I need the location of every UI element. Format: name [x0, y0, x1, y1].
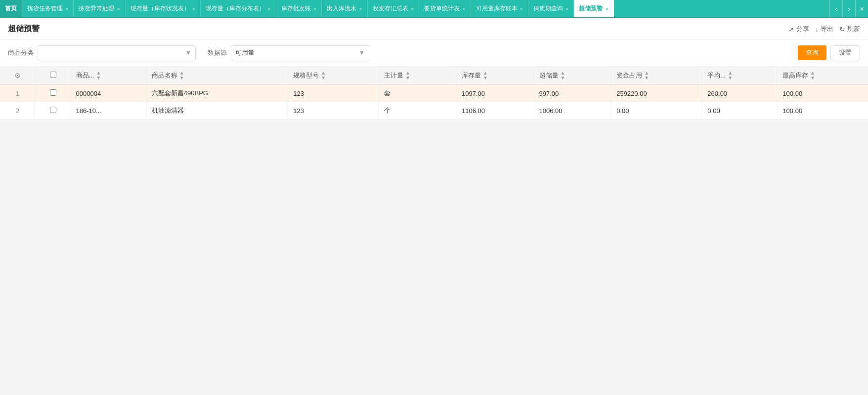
row-num: 2	[0, 102, 35, 119]
nav-tab-stock-status[interactable]: 现存量（库存状况表） ×	[126, 0, 201, 18]
share-button[interactable]: ➚ 分享	[788, 25, 809, 34]
row-overstock-qty: 1006.00	[534, 102, 611, 119]
category-filter: 商品分类 ▼	[8, 45, 196, 60]
nav-tab-task-mgmt[interactable]: 拣货任务管理 ×	[22, 0, 74, 18]
sort-icon-product-code: ▲▼	[96, 71, 101, 80]
export-icon: ↓	[815, 25, 819, 33]
nav-tab-abnormal[interactable]: 拣货异常处理 ×	[74, 0, 125, 18]
table-row: 2186-10...机油滤清器123个1106.001006.000.000.0…	[0, 102, 868, 119]
sort-icon-product-name: ▲▼	[179, 71, 184, 80]
th-checkbox	[35, 67, 71, 85]
row-max-stock: 100.00	[778, 85, 868, 102]
th-product-name[interactable]: 商品名称 ▲▼	[146, 67, 288, 85]
table-header-row: ⚙ 商品... ▲▼ 商品名称 ▲▼	[0, 67, 868, 85]
th-spec[interactable]: 规格型号 ▲▼	[288, 67, 379, 85]
settings-button[interactable]: 设置	[830, 45, 860, 60]
gear-icon[interactable]: ⚙	[14, 72, 21, 79]
datasource-chevron-icon: ▼	[359, 49, 365, 56]
row-spec: 123	[288, 102, 379, 119]
export-button[interactable]: ↓ 导出	[815, 25, 833, 34]
th-product-code[interactable]: 商品... ▲▼	[71, 67, 146, 85]
row-capital-occupied: 0.00	[611, 102, 702, 119]
close-tab-collect-summary[interactable]: ×	[411, 6, 414, 12]
sort-icon-max-stock: ▲▼	[810, 71, 815, 80]
nav-tab-collect-summary[interactable]: 收发存汇总表 ×	[368, 0, 419, 18]
th-overstock-qty[interactable]: 超储量 ▲▼	[534, 67, 611, 85]
row-product-name: 机油滤清器	[146, 102, 288, 119]
row-select-checkbox[interactable]	[50, 107, 56, 113]
refresh-button[interactable]: ↻ 刷新	[839, 25, 860, 34]
page-container: 超储预警 ➚ 分享 ↓ 导出 ↻ 刷新 商品分类 ▼ 数据源	[0, 18, 868, 119]
filter-area: 商品分类 ▼ 数据源 可用量 ▼ 查询 设置	[0, 40, 868, 67]
nav-tab-stock-dist[interactable]: 现存量（库存分布表） ×	[201, 0, 276, 18]
row-product-code: 0000004	[71, 85, 146, 102]
close-tab-stock-status[interactable]: ×	[192, 6, 195, 12]
nav-tab-batch[interactable]: 库存批次账 ×	[276, 0, 322, 18]
select-all-checkbox[interactable]	[50, 72, 56, 78]
close-tab-abnormal[interactable]: ×	[117, 6, 120, 12]
table-body: 10000004六配套新昌490BPG123套1097.00997.002592…	[0, 85, 868, 119]
datasource-label: 数据源	[208, 48, 227, 57]
sort-icon-unit: ▲▼	[405, 71, 410, 80]
row-unit: 套	[379, 85, 457, 102]
refresh-icon: ↻	[839, 25, 845, 33]
filter-actions: 查询 设置	[798, 45, 860, 60]
category-label: 商品分类	[8, 48, 34, 57]
nav-arrows: ‹ › ×	[829, 0, 868, 18]
sort-icon-capital-occupied: ▲▼	[644, 71, 649, 80]
row-overstock-qty: 997.00	[534, 85, 611, 102]
close-tab-task-mgmt[interactable]: ×	[65, 6, 68, 12]
share-icon: ➚	[788, 25, 794, 33]
category-select[interactable]: ▼	[38, 45, 196, 60]
table-row: 10000004六配套新昌490BPG123套1097.00997.002592…	[0, 85, 868, 102]
th-avg-price[interactable]: 平均... ▲▼	[702, 67, 778, 85]
category-chevron-icon: ▼	[185, 49, 191, 56]
th-max-stock[interactable]: 最高库存 ▲▼	[778, 67, 868, 85]
nav-arrow-right[interactable]: ›	[842, 0, 855, 18]
row-checkbox[interactable]	[35, 85, 71, 102]
data-table: ⚙ 商品... ▲▼ 商品名称 ▲▼	[0, 67, 868, 119]
nav-tab-home[interactable]: 首页	[0, 0, 22, 18]
datasource-select-value: 可用量	[235, 48, 359, 57]
row-product-name: 六配套新昌490BPG	[146, 85, 288, 102]
header-actions: ➚ 分享 ↓ 导出 ↻ 刷新	[788, 25, 860, 34]
close-tab-available-stock[interactable]: ×	[520, 6, 523, 12]
th-stock-qty[interactable]: 库存量 ▲▼	[456, 67, 534, 85]
row-select-checkbox[interactable]	[50, 89, 56, 96]
nav-tab-quality-check[interactable]: 保质期查询 ×	[528, 0, 574, 18]
sort-icon-avg-price: ▲▼	[728, 71, 733, 80]
close-tab-overstock-alert[interactable]: ×	[605, 6, 608, 12]
row-avg-price: 0.00	[702, 102, 778, 119]
row-checkbox[interactable]	[35, 102, 71, 119]
page-header: 超储预警 ➚ 分享 ↓ 导出 ↻ 刷新	[0, 18, 868, 40]
th-unit[interactable]: 主计量 ▲▼	[379, 67, 457, 85]
th-settings: ⚙	[0, 67, 35, 85]
close-tab-stock-dist[interactable]: ×	[267, 6, 270, 12]
nav-arrow-more[interactable]: ×	[855, 0, 868, 18]
close-tab-batch[interactable]: ×	[313, 6, 316, 12]
nav-tab-order-stats[interactable]: 要货单统计表 ×	[419, 0, 471, 18]
sort-icon-spec: ▲▼	[321, 71, 326, 80]
row-spec: 123	[288, 85, 379, 102]
row-avg-price: 260.00	[702, 85, 778, 102]
row-max-stock: 100.00	[778, 102, 868, 119]
row-num: 1	[0, 85, 35, 102]
th-capital-occupied[interactable]: 资金占用 ▲▼	[611, 67, 702, 85]
nav-tab-overstock-alert[interactable]: 超储预警 ×	[574, 0, 613, 18]
row-stock-qty: 1106.00	[456, 102, 534, 119]
row-capital-occupied: 259220.00	[611, 85, 702, 102]
nav-arrow-left[interactable]: ‹	[829, 0, 842, 18]
datasource-filter: 数据源 可用量 ▼	[208, 45, 369, 60]
sort-icon-overstock-qty: ▲▼	[561, 71, 565, 80]
page-title: 超储预警	[8, 24, 40, 34]
row-unit: 个	[379, 102, 457, 119]
close-tab-order-stats[interactable]: ×	[462, 6, 465, 12]
close-tab-quality-check[interactable]: ×	[565, 6, 568, 12]
sort-icon-stock-qty: ▲▼	[483, 71, 488, 80]
close-tab-inout-flow[interactable]: ×	[359, 6, 362, 12]
nav-tab-available-stock[interactable]: 可用量库存账本 ×	[471, 0, 528, 18]
datasource-select[interactable]: 可用量 ▼	[231, 45, 369, 60]
row-product-code: 186-10...	[71, 102, 146, 119]
query-button[interactable]: 查询	[798, 45, 826, 60]
nav-tab-inout-flow[interactable]: 出入库流水 ×	[322, 0, 367, 18]
